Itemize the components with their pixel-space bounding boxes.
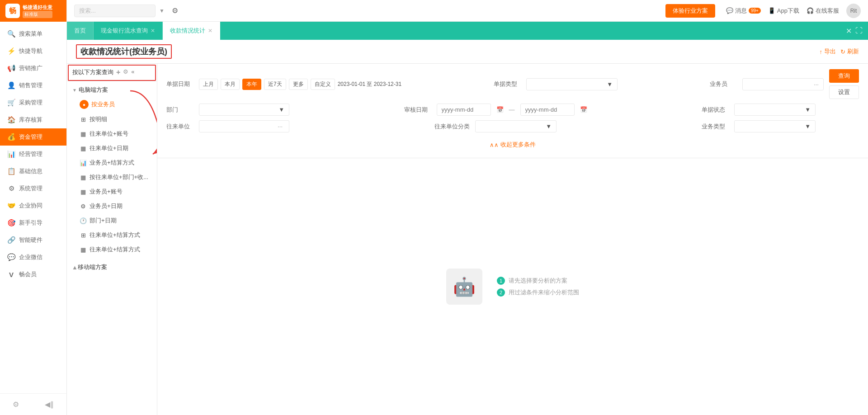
scheme-group-mobile-title[interactable]: ▶ 移动端方案 (67, 260, 157, 274)
export-btn[interactable]: ↑ 导出 (820, 47, 836, 56)
review-date-from[interactable] (437, 104, 491, 116)
scheme-item-label-cdept: 按往来单位+部门+收... (90, 173, 148, 181)
sidebar-label-purchase: 采购管理 (19, 99, 42, 107)
maximize-window-icon[interactable]: ⛶ (855, 27, 863, 35)
review-date-to[interactable] (520, 104, 575, 116)
counterpart-cat-select[interactable]: ▼ (475, 120, 557, 132)
sidebar-label-sales: 销售管理 (19, 81, 42, 90)
calendar-to-icon[interactable]: 📅 (580, 106, 587, 113)
date-btn-last-month[interactable]: 上月 (199, 79, 218, 90)
sidebar-footer: ⚙ ◀∥ (0, 393, 66, 415)
setting-btn[interactable]: 设置 (829, 85, 859, 99)
smart-hw-icon: 🔗 (7, 236, 15, 244)
date-btn-this-year[interactable]: 本年 (242, 79, 261, 90)
sidebar-item-search-menu[interactable]: 🔍 搜索菜单 (0, 25, 66, 42)
filter-row-2: 部门 ▼ 审核日期 📅 — 📅 单据状态 (166, 104, 859, 116)
date-btn-more[interactable]: 更多 (289, 79, 308, 90)
scheme-item-label-cs2: 往来单位+结算方式 (90, 245, 140, 254)
sidebar-label-inventory: 库存核算 (19, 116, 42, 124)
calendar-from-icon[interactable]: 📅 (496, 106, 504, 113)
refresh-btn[interactable]: ↻ 刷新 (840, 47, 859, 56)
date-btn-custom[interactable]: 自定义 (311, 79, 335, 90)
business-type-select[interactable]: ▼ (734, 120, 816, 132)
messages-btn[interactable]: 💬 消息 99+ (726, 7, 761, 15)
scheme-item-salesperson-account[interactable]: ▦ 业务员+账号 (67, 184, 157, 199)
topbar-gear-icon[interactable]: ⚙ (172, 6, 178, 15)
member-icon: V (7, 270, 15, 278)
sidebar-item-marketing[interactable]: 📢 营销推广 (0, 60, 66, 77)
scheme-item-detail[interactable]: ⊞ 按明细 (67, 112, 157, 127)
tab-receipt-stats[interactable]: 收款情况统计 ✕ (163, 22, 220, 40)
query-btn[interactable]: 查询 (829, 69, 859, 83)
export-icon: ↑ (820, 48, 823, 55)
mobile-group-label: 移动端方案 (78, 263, 107, 271)
counterpart-dept-icon: ▦ (80, 174, 87, 181)
department-chevron: ▼ (278, 106, 284, 113)
salesperson-select[interactable]: ··· (742, 78, 824, 90)
sidebar: 畅 畅捷通好生意 标准版 🔍 搜索菜单 ⚡ 快捷导航 📢 营销推广 👤 销售管理… (0, 0, 67, 415)
user-avatar[interactable]: Rit (846, 4, 861, 18)
empty-tip-2: 2 用过滤条件来缩小分析范围 (497, 288, 579, 297)
scheme-item-label-ca: 往来单位+账号 (90, 130, 128, 138)
counterpart-select[interactable]: ··· (199, 120, 289, 132)
department-select[interactable]: ▼ (199, 104, 289, 116)
close-window-icon[interactable]: ✕ (846, 27, 852, 35)
topbar-right: 💬 消息 99+ 📱 App下载 🎧 在线客服 Rit (726, 4, 861, 18)
scheme-item-by-salesperson[interactable]: ● 按业务员 (67, 97, 157, 112)
salesperson-dots[interactable]: ··· (814, 81, 819, 88)
scheme-item-label-dd: 部门+日期 (90, 217, 117, 225)
online-service-btn[interactable]: 🎧 在线客服 (807, 7, 839, 15)
sidebar-settings-btn[interactable]: ⚙ (10, 397, 22, 411)
scheme-group-mobile: ▶ 移动端方案 (67, 259, 157, 276)
sidebar-item-inventory[interactable]: 🏠 库存核算 (0, 111, 66, 128)
trial-btn[interactable]: 体验行业方案 (665, 4, 715, 18)
tab-bar: 首页 现金银行流水查询 ✕ 收款情况统计 ✕ ✕ ⛶ (67, 22, 868, 40)
scheme-group-desktop-title[interactable]: ▼ 电脑端方案 (67, 83, 157, 97)
topbar-chevron-icon[interactable]: ▼ (159, 8, 165, 14)
scheme-settings-icon[interactable]: ⚙ (123, 68, 128, 76)
scheme-item-label-cd: 往来单位+日期 (90, 144, 128, 152)
filter-row-3: 往来单位 ··· 往来单位分类 ▼ 业务类型 ▼ (166, 120, 859, 132)
scheme-add-icon[interactable]: + (116, 68, 120, 76)
date-btn-this-month[interactable]: 本月 (221, 79, 240, 90)
sidebar-item-operation[interactable]: 📊 经营管理 (0, 146, 66, 163)
tab-home[interactable]: 首页 (67, 22, 94, 40)
empty-tip-1: 1 请先选择要分析的方案 (497, 277, 579, 285)
counterpart-dots[interactable]: ··· (276, 123, 284, 130)
scheme-item-dept-date[interactable]: 🕐 部门+日期 (67, 213, 157, 228)
sidebar-label-finance: 资金管理 (19, 133, 42, 141)
collapse-bar[interactable]: ∧∧ 收起更多条件 (166, 137, 859, 152)
sidebar-item-sales[interactable]: 👤 销售管理 (0, 77, 66, 94)
sidebar-logo: 畅 畅捷通好生意 标准版 (0, 0, 66, 22)
sidebar-item-enterprise[interactable]: 🤝 企业协同 (0, 197, 66, 214)
bank-flow-tab-close[interactable]: ✕ (151, 28, 155, 34)
app-download-btn[interactable]: 📱 App下载 (768, 7, 799, 15)
voucher-type-select[interactable]: ▼ (526, 78, 618, 90)
date-btn-7days[interactable]: 近7天 (264, 79, 286, 90)
sidebar-item-newbie[interactable]: 🎯 新手引导 (0, 214, 66, 231)
sidebar-item-finance[interactable]: 💰 资金管理 (0, 128, 66, 146)
scheme-item-counterpart-dept[interactable]: ▦ 按往来单位+部门+收... (67, 170, 157, 184)
sidebar-item-wechat[interactable]: 💬 企业微信 (0, 249, 66, 266)
sidebar-item-system[interactable]: ⚙ 系统管理 (0, 180, 66, 197)
voucher-status-select[interactable]: ▼ (734, 104, 816, 116)
scheme-item-salesperson-date[interactable]: ⚙ 业务员+日期 (67, 199, 157, 213)
sidebar-label-enterprise: 企业协同 (19, 202, 42, 210)
scheme-item-counterpart-date[interactable]: ▦ 往来单位+日期 (67, 141, 157, 156)
sidebar-item-quick-nav[interactable]: ⚡ 快捷导航 (0, 42, 66, 60)
scheme-item-counterpart-settlement1[interactable]: ⊞ 往来单位+结算方式 (67, 228, 157, 242)
enterprise-icon: 🤝 (7, 202, 15, 210)
sidebar-collapse-btn[interactable]: ◀∥ (42, 397, 57, 411)
sidebar-item-member[interactable]: V 畅会员 (0, 266, 66, 283)
scheme-item-counterpart-settlement2[interactable]: ▦ 往来单位+结算方式 (67, 242, 157, 257)
scheme-item-salesperson-settlement[interactable]: 📊 业务员+结算方式 (67, 156, 157, 170)
sidebar-item-purchase[interactable]: 🛒 采购管理 (0, 94, 66, 111)
salesperson-account-icon: ▦ (80, 188, 87, 195)
receipt-stats-tab-label: 收款情况统计 (170, 27, 205, 35)
sidebar-item-smart-hw[interactable]: 🔗 智能硬件 (0, 231, 66, 249)
sidebar-item-basic-info[interactable]: 📋 基础信息 (0, 163, 66, 180)
receipt-stats-tab-close[interactable]: ✕ (208, 28, 212, 34)
scheme-collapse-icon[interactable]: « (131, 68, 134, 76)
scheme-item-counterpart-account[interactable]: ▦ 往来单位+账号 (67, 127, 157, 141)
tab-bank-flow[interactable]: 现金银行流水查询 ✕ (94, 22, 163, 40)
